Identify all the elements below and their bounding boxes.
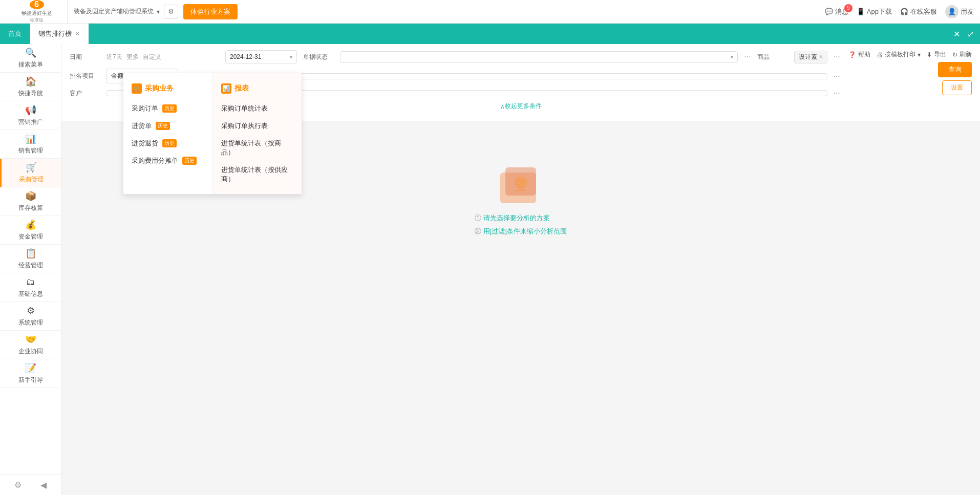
sidebar-item-basic[interactable]: 🗂 基础信息 (0, 273, 61, 302)
help-icon: ❓ (848, 51, 856, 58)
purchase-return-badge: 历史 (162, 139, 177, 147)
print-label: 按模板打印 (885, 50, 915, 59)
print-button[interactable]: 🖨 按模板打印 ▾ (877, 50, 921, 59)
report-incoming-goods-item[interactable]: 进货单统计表（按商品） (213, 135, 302, 161)
sidebar-item-operation-label: 经营管理 (18, 261, 43, 270)
report-incoming-supplier-item[interactable]: 进货单统计表（按供应商） (213, 161, 302, 188)
sidebar-item-operation[interactable]: 📋 经营管理 (0, 245, 61, 273)
sidebar-item-guide[interactable]: 📝 新手引导 (0, 359, 61, 388)
sidebar-item-purchase[interactable]: 🛒 采购管理 (0, 159, 61, 187)
user-button[interactable]: 👤 用友 (945, 5, 974, 18)
empty-illustration (495, 162, 546, 203)
top-bar: 6 畅捷通好生意 标准版 装备及固定资产辅助管理系统 ▾ ⚙ 体验行业方案 💬 … (0, 0, 980, 24)
tab-sales-rank-label: 销售排行榜 (38, 29, 72, 38)
sidebar-item-marketing-label: 营销推广 (18, 118, 43, 126)
empty-hint-1: ① 请先选择要分析的方案 ② 用[过滤]条件来缩小分析范围 (475, 211, 567, 238)
purchase-incoming-badge: 历史 (156, 122, 170, 130)
sidebar-item-finance[interactable]: 💰 资金管理 (0, 216, 61, 245)
gear-button[interactable]: ⚙ (164, 5, 178, 19)
refresh-button[interactable]: ↻ 刷新 (952, 50, 972, 59)
salesman-dots[interactable]: ··· (834, 72, 840, 81)
logo-char: 6 (34, 0, 39, 9)
sales-icon: 📊 (25, 133, 36, 144)
sidebar-item-inventory-label: 库存核算 (18, 204, 43, 212)
app-label: App下载 (867, 7, 892, 16)
goods-tag-remove[interactable]: × (819, 53, 823, 60)
date-7days[interactable]: 近7天 (106, 53, 122, 61)
industry-button[interactable]: 体验行业方案 (183, 4, 238, 19)
purchase-incoming-item[interactable]: 进货单 历史 (123, 117, 212, 135)
tab-expand-button[interactable]: ⤢ (965, 27, 976, 41)
tab-close-icon[interactable]: ✕ (75, 30, 80, 37)
settings-button[interactable]: ⚙ (14, 480, 22, 490)
chevron-down-icon: ▾ (290, 54, 292, 60)
goods-tag-text: 设计素 (799, 53, 817, 61)
purchase-return-label: 进货退货 (132, 139, 158, 148)
status-input[interactable]: ▾ (340, 51, 738, 63)
setting-button[interactable]: 设置 (942, 80, 972, 95)
chevron-down-icon: ▾ (157, 8, 160, 15)
sidebar-item-sales[interactable]: 📊 销售管理 (0, 130, 61, 159)
inventory-icon: 📦 (25, 190, 36, 202)
purchase-cost-label: 采购费用分摊单 (132, 156, 178, 165)
svg-point-2 (515, 177, 527, 189)
tab-close-button[interactable]: ✕ (951, 27, 962, 41)
top-right-area: 💬 消息 9 📱 App下载 🎧 在线客服 👤 用友 (825, 5, 974, 18)
system-name: 装备及固定资产辅助管理系统 (74, 7, 154, 16)
goods-dots[interactable]: ··· (834, 52, 840, 61)
purchase-order-item[interactable]: 采购订单 历史 (123, 100, 212, 117)
report-col: 📊 报表 采购订单统计表 采购订单执行表 进货单统计表（按商品） 进货单统计表（… (212, 73, 302, 194)
report-order-stat-label: 采购订单统计表 (221, 104, 268, 113)
chevron-up-icon: ∧ (500, 103, 505, 110)
sidebar-item-system-label: 系统管理 (18, 318, 43, 327)
sidebar-item-quick-nav[interactable]: 🏠 快捷导航 (0, 73, 61, 101)
purchase-col-header: 🛒 采购业务 (123, 79, 212, 100)
date-label: 日期 (70, 53, 100, 61)
purchase-order-label: 采购订单 (132, 104, 158, 113)
customer-dots[interactable]: ··· (834, 89, 840, 98)
logo-line2: 标准版 (30, 17, 44, 24)
sidebar-item-search[interactable]: 🔍 搜索菜单 (0, 44, 61, 73)
query-button[interactable]: 查询 (938, 62, 972, 77)
print-icon: 🖨 (877, 51, 883, 58)
sidebar-item-collab[interactable]: 🤝 企业协同 (0, 331, 61, 359)
purchase-incoming-label: 进货单 (132, 121, 152, 131)
report-col-title: 报表 (235, 84, 249, 93)
tab-sales-rank[interactable]: 销售排行榜 ✕ (30, 24, 89, 44)
sidebar-item-purchase-label: 采购管理 (19, 175, 44, 184)
date-input[interactable]: 2024-12-31 ▾ (225, 50, 297, 63)
report-col-icon: 📊 (221, 83, 231, 94)
sidebar-item-system[interactable]: ⚙ 系统管理 (0, 302, 61, 331)
status-dots[interactable]: ··· (744, 52, 751, 61)
empty-hint1-text: 请先选择要分析的方案 (483, 214, 550, 222)
date-custom[interactable]: 自定义 (143, 53, 161, 61)
salesman-input[interactable] (221, 73, 827, 79)
help-button[interactable]: ❓ 帮助 (848, 50, 870, 59)
sidebar-item-sales-label: 销售管理 (18, 146, 43, 155)
sidebar-item-collab-label: 企业协同 (18, 347, 43, 356)
export-icon: ⬇ (927, 51, 932, 58)
tab-home[interactable]: 首页 (0, 24, 30, 44)
sidebar-item-marketing[interactable]: 📢 营销推广 (0, 101, 61, 130)
online-service-button[interactable]: 🎧 在线客服 (900, 7, 937, 16)
sidebar-item-basic-label: 基础信息 (18, 290, 43, 298)
collapse-button[interactable]: ◀ (40, 480, 47, 490)
marketing-icon: 📢 (25, 104, 36, 116)
message-button[interactable]: 💬 消息 9 (825, 7, 848, 16)
report-incoming-supplier-label: 进货单统计表（按供应商） (221, 165, 294, 184)
date-quick-options[interactable]: 近7天 更多 自定义 (106, 53, 219, 61)
sidebar-item-inventory[interactable]: 📦 库存核算 (0, 187, 61, 216)
report-order-stat-item[interactable]: 采购订单统计表 (213, 100, 302, 117)
user-label: 用友 (961, 7, 974, 16)
app-download-button[interactable]: 📱 App下载 (857, 7, 892, 16)
purchase-return-item[interactable]: 进货退货 历史 (123, 135, 212, 152)
date-more[interactable]: 更多 (126, 53, 139, 61)
export-button[interactable]: ⬇ 导出 (927, 50, 946, 59)
purchase-cost-item[interactable]: 采购费用分摊单 历史 (123, 152, 212, 169)
system-selector[interactable]: 装备及固定资产辅助管理系统 ▾ (74, 7, 160, 16)
purchase-icon: 🛒 (26, 162, 37, 173)
report-order-exec-item[interactable]: 采购订单执行表 (213, 117, 302, 135)
purchase-col-title: 采购业务 (145, 84, 174, 93)
status-arrow-icon: ▾ (731, 54, 733, 60)
purchase-cost-badge: 历史 (182, 157, 197, 165)
